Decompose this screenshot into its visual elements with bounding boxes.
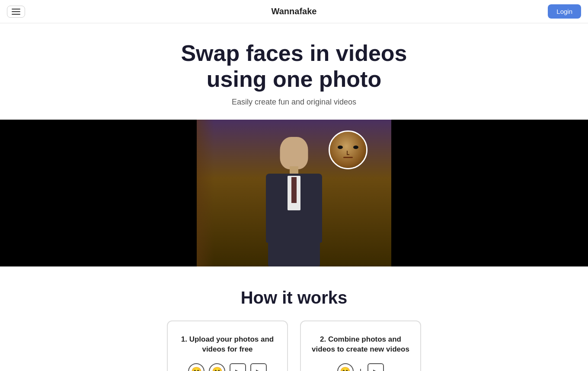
tie xyxy=(291,177,297,203)
site-header: Wannafake Login xyxy=(0,0,588,23)
legs xyxy=(268,241,320,266)
hamburger-line xyxy=(12,14,20,15)
smiley-icon-1: 😊 xyxy=(188,363,205,371)
face-swap-overlay xyxy=(329,130,368,169)
hamburger-line xyxy=(12,9,20,10)
card-combine: 2. Combine photos and videos to create n… xyxy=(300,320,421,371)
suit xyxy=(266,174,322,243)
video-icon-1: ▶ xyxy=(230,363,246,371)
hero-section: Swap faces in videos using one photo Eas… xyxy=(0,23,588,120)
video-frame xyxy=(197,120,391,266)
combine-row-1: 😊 + ▶ xyxy=(310,363,412,371)
plus-icon-1: + xyxy=(358,366,364,371)
how-section: How it works 1. Upload your photos and v… xyxy=(0,266,588,371)
hero-subheadline: Easily create fun and original videos xyxy=(9,98,579,107)
card-upload: 1. Upload your photos and videos for fre… xyxy=(167,320,288,371)
video-section xyxy=(0,120,588,266)
headline-line1: Swap faces in videos xyxy=(181,41,407,66)
curtain-left xyxy=(197,120,214,266)
card-upload-title: 1. Upload your photos and videos for fre… xyxy=(176,334,278,355)
card-combine-title: 2. Combine photos and videos to create n… xyxy=(310,334,412,355)
login-button[interactable]: Login xyxy=(548,4,581,19)
smiley-icon-2: 😄 xyxy=(209,363,225,371)
video-icon-2: ▶ xyxy=(250,363,267,371)
how-title: How it works xyxy=(9,288,579,308)
head xyxy=(280,137,308,169)
hero-headline: Swap faces in videos using one photo xyxy=(9,41,579,92)
cards-row: 1. Upload your photos and videos for fre… xyxy=(9,320,579,371)
site-title: Wannafake xyxy=(272,6,317,16)
card-combine-rows: 😊 + ▶ 😄 + ▶ xyxy=(310,363,412,371)
headline-line2: using one photo xyxy=(207,67,381,92)
smiley-combine-1: 😊 xyxy=(337,363,354,371)
menu-button[interactable] xyxy=(7,6,25,18)
video-combine-1: ▶ xyxy=(368,363,384,371)
card-upload-icons: 😊 😄 ▶ ▶ xyxy=(176,363,278,371)
swap-face xyxy=(330,132,366,168)
hamburger-line xyxy=(12,11,20,12)
person-silhouette xyxy=(246,133,342,266)
